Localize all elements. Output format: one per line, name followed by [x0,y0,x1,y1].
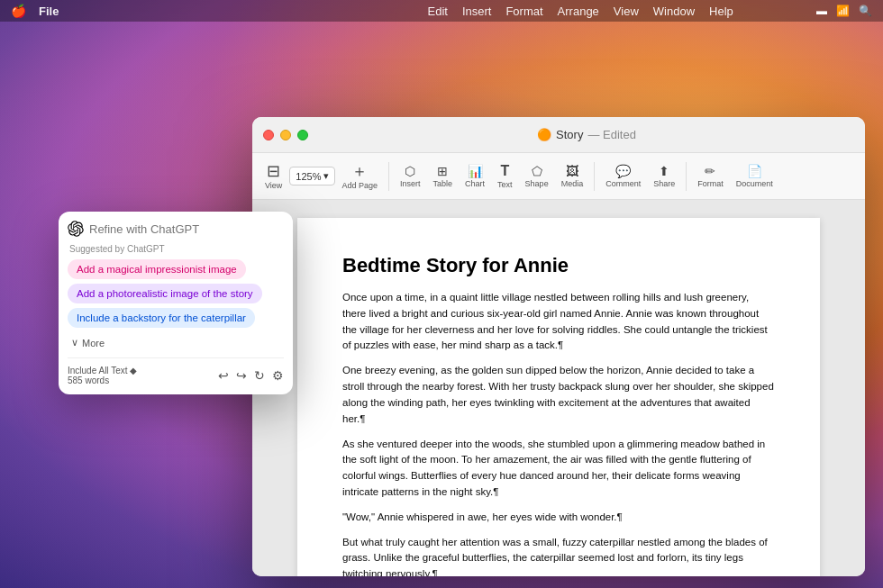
toolbar-text[interactable]: T Text [492,160,518,193]
chatgpt-logo-icon [68,221,84,237]
chatgpt-footer: Include All Text ◆ 585 words ↩ ↪ ↻ ⚙ [68,357,284,385]
menu-insert[interactable]: Format [505,5,542,18]
wifi-icon: 📶 [836,5,850,17]
doc-para-3: As she ventured deeper into the woods, s… [342,437,775,501]
document-tool-icon: 📄 [747,165,762,177]
search-icon[interactable]: 🔍 [859,5,872,17]
doc-para-5: But what truly caught her attention was … [342,535,775,576]
menubar-items: File [39,5,428,18]
chart-icon: 📊 [468,165,483,177]
toolbar-media[interactable]: 🖼 Media [556,161,589,192]
apple-menu[interactable]: 🍎 [11,4,26,18]
toolbar-add-page-label: Add Page [342,181,378,190]
zoom-chevron: ▾ [323,170,329,182]
window-title: 🟠 Story — Edited [319,128,854,141]
pages-window: 🟠 Story — Edited ⊟ View 125% ▾ ＋ Add Pag… [252,117,865,576]
zoom-value: 125% [296,171,321,182]
minimize-button[interactable] [280,130,291,140]
toolbar-zoom[interactable]: 125% ▾ [289,167,334,185]
chatgpt-panel: Suggested by ChatGPT Add a magical impre… [59,212,293,394]
suggestion-backstory[interactable]: Include a backstory for the caterpillar [68,308,255,328]
toolbar-text-label: Text [497,180,513,189]
share-icon: ⬆ [659,165,669,177]
chevron-down-icon: ∨ [71,337,78,348]
chatgpt-more-button[interactable]: ∨ More [68,335,284,350]
document-icon: 🟠 [537,128,551,141]
toolbar-add-page[interactable]: ＋ Add Page [337,159,384,194]
menu-format[interactable]: Arrange [558,5,599,18]
toolbar-share-label: Share [653,179,675,188]
chatgpt-suggestions: Add a magical impressionist image Add a … [68,259,284,328]
chatgpt-scope: Include All Text ◆ [68,366,137,375]
toolbar-document-label: Document [736,179,773,188]
toolbar-media-label: Media [561,179,584,188]
toolbar-format[interactable]: ✏ Format [692,161,729,192]
toolbar-view-label: View [265,181,282,190]
toolbar-chart-label: Chart [465,179,485,188]
close-button[interactable] [263,130,274,140]
suggestion-photorealistic-image[interactable]: Add a photorealistic image of the story [68,284,262,303]
toolbar-insert-label: Insert [400,179,421,188]
add-page-icon: ＋ [351,163,368,179]
document-area[interactable]: Bedtime Story for Annie Once upon a time… [252,200,865,576]
toolbar-comment[interactable]: 💬 Comment [600,161,646,192]
redo-icon[interactable]: ↪ [236,368,247,383]
toolbar-table-label: Table [433,179,453,188]
toolbar-divider-3 [686,162,687,191]
menu-window[interactable]: Help [709,5,733,18]
format-icon: ✏ [705,165,715,177]
menubar-menus: Edit Insert Format Arrange View Window H… [428,5,817,18]
chatgpt-word-count: 585 words [68,375,137,385]
view-icon: ⊟ [267,163,280,179]
menu-file[interactable]: Edit [428,5,448,18]
text-icon: T [500,164,509,178]
shape-icon: ⬠ [532,165,542,177]
chatgpt-section-label: Suggested by ChatGPT [68,244,284,254]
toolbar-view[interactable]: ⊟ View [259,159,287,194]
toolbar-chart[interactable]: 📊 Chart [460,161,490,192]
refresh-icon[interactable]: ↻ [254,368,265,383]
toolbar-document[interactable]: 📄 Document [731,161,778,192]
doc-para-1: Once upon a time, in a quaint little vil… [342,290,775,354]
menu-edit[interactable]: Insert [462,5,492,18]
toolbar-format-label: Format [697,179,724,188]
comment-icon: 💬 [615,165,631,177]
document-title: Bedtime Story for Annie [342,254,775,277]
menubar-right: ▬ 📶 🔍 [816,5,872,17]
settings-icon[interactable]: ⚙ [272,368,284,383]
menu-arrange[interactable]: View [614,5,639,18]
undo-icon[interactable]: ↩ [218,368,229,383]
insert-icon: ⬡ [405,165,415,177]
toolbar-share[interactable]: ⬆ Share [648,161,680,192]
document-page[interactable]: Bedtime Story for Annie Once upon a time… [297,218,820,576]
toolbar-divider-1 [388,162,389,191]
toolbar-insert[interactable]: ⬡ Insert [395,161,426,192]
more-label: More [82,338,105,348]
toolbar-table[interactable]: ⊞ Table [428,161,459,192]
chatgpt-input-row [68,221,284,237]
chatgpt-footer-info: Include All Text ◆ 585 words [68,366,137,385]
battery-icon: ▬ [816,5,827,17]
document-name: Story [556,128,583,141]
chatgpt-refine-input[interactable] [89,222,284,236]
toolbar-shape-label: Shape [525,179,549,188]
menu-app-name[interactable]: File [39,5,59,18]
menu-view[interactable]: Window [653,5,695,18]
toolbar: ⊟ View 125% ▾ ＋ Add Page ⬡ Insert ⊞ Tabl… [252,153,865,200]
suggestion-magical-image[interactable]: Add a magical impressionist image [68,259,246,279]
toolbar-shape[interactable]: ⬠ Shape [520,161,554,192]
table-icon: ⊞ [437,165,448,177]
toolbar-comment-label: Comment [605,179,641,188]
menubar: 🍎 File Edit Insert Format Arrange View W… [0,0,883,22]
doc-para-4: "Wow," Annie whispered in awe, her eyes … [342,510,775,526]
document-edited-status: — Edited [587,128,636,141]
doc-para-2: One breezy evening, as the golden sun di… [342,363,775,427]
chatgpt-footer-actions: ↩ ↪ ↻ ⚙ [218,368,284,383]
maximize-button[interactable] [297,130,308,140]
toolbar-divider-2 [594,162,595,191]
media-icon: 🖼 [566,165,578,177]
traffic-lights [263,130,308,140]
window-titlebar: 🟠 Story — Edited [252,117,865,153]
